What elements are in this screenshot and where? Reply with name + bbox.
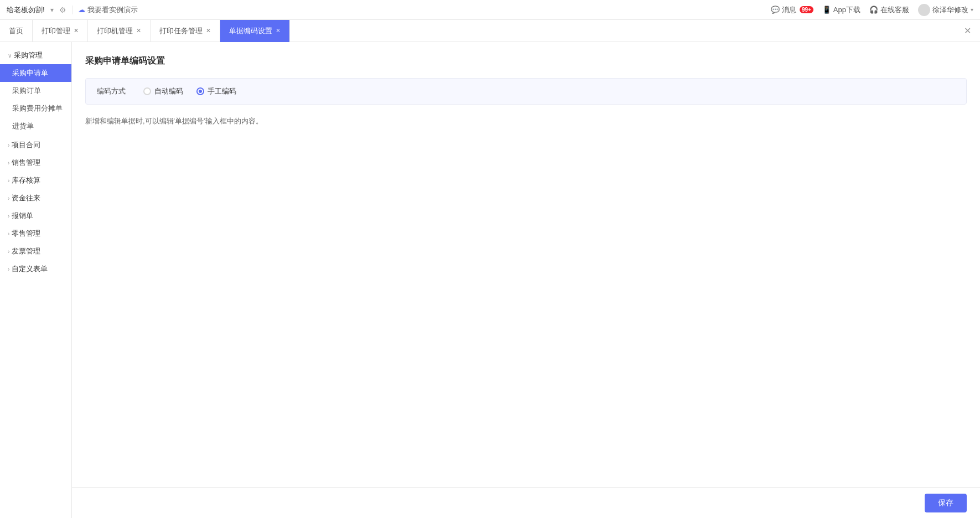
manual-encoding-radio[interactable]: 手工编码 bbox=[196, 86, 236, 96]
divider bbox=[72, 6, 72, 14]
encoding-radio-group: 自动编码 手工编码 bbox=[143, 86, 236, 96]
message-label: 消息 bbox=[782, 5, 796, 15]
sidebar-item-stock-in[interactable]: 进货单 bbox=[0, 117, 71, 135]
online-service-btn[interactable]: 🎧 在线客服 bbox=[869, 5, 909, 15]
project-expand-icon: › bbox=[8, 142, 9, 148]
sidebar-group-retail-label: 零售管理 bbox=[12, 229, 40, 239]
user-menu[interactable]: 徐泽华修改 ▾ bbox=[918, 4, 973, 16]
sidebar-group-retail[interactable]: › 零售管理 bbox=[0, 225, 71, 242]
tab-print-task[interactable]: 打印任务管理 ✕ bbox=[151, 20, 220, 42]
tab-printer-manage-label: 打印机管理 bbox=[97, 26, 133, 36]
sidebar-group-return[interactable]: › 报销单 bbox=[0, 207, 71, 225]
layout: ∨ 采购管理 采购申请单 采购订单 采购费用分摊单 进货单 › 项目合同 › 销… bbox=[0, 42, 980, 518]
sidebar-item-purchase-order[interactable]: 采购订单 bbox=[0, 82, 71, 100]
tab-print-task-close[interactable]: ✕ bbox=[206, 27, 211, 34]
app-download-label: App下载 bbox=[833, 5, 860, 15]
app-download-btn[interactable]: 📱 App下载 bbox=[822, 5, 860, 15]
bottom-bar: 保存 bbox=[72, 487, 980, 518]
sidebar-group-invoice-label: 发票管理 bbox=[12, 246, 40, 256]
page-title: 采购申请单编码设置 bbox=[85, 55, 967, 67]
sidebar-group-project-label: 项目合同 bbox=[12, 140, 40, 150]
user-dropdown-icon: ▾ bbox=[971, 7, 973, 13]
invoice-expand-icon: › bbox=[8, 248, 9, 255]
sidebar-group-fund[interactable]: › 资金往来 bbox=[0, 189, 71, 207]
demo-icon: ☁ bbox=[78, 6, 85, 14]
user-avatar bbox=[918, 4, 930, 16]
brand-dropdown-icon[interactable]: ▾ bbox=[50, 6, 54, 14]
headset-icon: 🎧 bbox=[869, 6, 878, 14]
sidebar-group-sales-label: 销售管理 bbox=[12, 158, 40, 168]
tab-single-code[interactable]: 单据编码设置 ✕ bbox=[220, 20, 290, 42]
settings-icon[interactable]: ⚙ bbox=[59, 6, 66, 14]
sales-expand-icon: › bbox=[8, 160, 9, 166]
inventory-expand-icon: › bbox=[8, 178, 9, 184]
content-area: 采购申请单编码设置 编码方式 自动编码 手工编码 新增和编辑单据时,可以编辑'单… bbox=[72, 42, 980, 518]
message-btn[interactable]: 💬 消息 99+ bbox=[771, 5, 813, 15]
tab-print-manage-close[interactable]: ✕ bbox=[74, 27, 79, 34]
online-service-label: 在线客服 bbox=[880, 5, 909, 15]
sidebar-group-project[interactable]: › 项目合同 bbox=[0, 136, 71, 154]
auto-encoding-label: 自动编码 bbox=[154, 86, 183, 96]
top-bar-left: 给老板勿割! ▾ ⚙ ☁ 我要看实例演示 bbox=[7, 5, 138, 15]
manual-encoding-circle bbox=[196, 87, 204, 95]
tab-bar: 首页 打印管理 ✕ 打印机管理 ✕ 打印任务管理 ✕ 单据编码设置 ✕ ✕ bbox=[0, 20, 980, 42]
user-name: 徐泽华修改 bbox=[932, 5, 968, 15]
sidebar-item-purchase-order-label: 采购订单 bbox=[12, 86, 41, 95]
sidebar-item-purchase-expense[interactable]: 采购费用分摊单 bbox=[0, 100, 71, 117]
sidebar-item-stock-in-label: 进货单 bbox=[12, 122, 34, 130]
tab-print-manage-label: 打印管理 bbox=[42, 26, 70, 36]
sidebar-group-return-label: 报销单 bbox=[12, 211, 33, 221]
auto-encoding-radio[interactable]: 自动编码 bbox=[143, 86, 183, 96]
main-content: 采购申请单编码设置 编码方式 自动编码 手工编码 新增和编辑单据时,可以编辑'单… bbox=[72, 42, 980, 518]
tab-printer-manage-close[interactable]: ✕ bbox=[136, 27, 141, 34]
tab-print-task-label: 打印任务管理 bbox=[159, 26, 203, 36]
sidebar-group-invoice[interactable]: › 发票管理 bbox=[0, 242, 71, 260]
tab-single-code-close[interactable]: ✕ bbox=[276, 27, 281, 34]
message-badge: 99+ bbox=[800, 6, 813, 13]
sidebar-group-custom-form-label: 自定义表单 bbox=[12, 264, 48, 274]
sidebar-group-fund-label: 资金往来 bbox=[12, 193, 40, 203]
sidebar-group-inventory[interactable]: › 库存核算 bbox=[0, 172, 71, 189]
sidebar-item-purchase-request-label: 采购申请单 bbox=[12, 69, 48, 77]
sidebar-group-purchase-title[interactable]: ∨ 采购管理 bbox=[0, 46, 71, 64]
tab-home-label: 首页 bbox=[9, 26, 23, 36]
sidebar-group-purchase-label: 采购管理 bbox=[14, 50, 43, 60]
tab-single-code-label: 单据编码设置 bbox=[229, 26, 272, 36]
return-expand-icon: › bbox=[8, 213, 9, 219]
sidebar-group-inventory-label: 库存核算 bbox=[12, 175, 40, 185]
encoding-section: 编码方式 自动编码 手工编码 bbox=[85, 78, 967, 105]
sidebar-group-sales[interactable]: › 销售管理 bbox=[0, 154, 71, 172]
brand-name: 给老板勿割! bbox=[7, 5, 45, 15]
manual-encoding-label: 手工编码 bbox=[208, 86, 236, 96]
tab-print-manage[interactable]: 打印管理 ✕ bbox=[33, 20, 88, 42]
app-download-icon: 📱 bbox=[822, 6, 831, 14]
retail-expand-icon: › bbox=[8, 231, 9, 237]
top-bar: 给老板勿割! ▾ ⚙ ☁ 我要看实例演示 💬 消息 99+ 📱 App下载 🎧 … bbox=[0, 0, 980, 20]
tab-home[interactable]: 首页 bbox=[0, 20, 33, 42]
hint-text: 新增和编辑单据时,可以编辑'单据编号'输入框中的内容。 bbox=[85, 116, 967, 127]
demo-text: 我要看实例演示 bbox=[87, 5, 138, 15]
custom-form-expand-icon: › bbox=[8, 266, 9, 272]
purchase-expand-icon: ∨ bbox=[8, 53, 12, 59]
tab-printer-manage[interactable]: 打印机管理 ✕ bbox=[88, 20, 151, 42]
tab-bar-close-icon[interactable]: ✕ bbox=[955, 25, 980, 36]
sidebar-item-purchase-request[interactable]: 采购申请单 bbox=[0, 64, 71, 82]
sidebar-group-custom-form[interactable]: › 自定义表单 bbox=[0, 260, 71, 278]
save-button[interactable]: 保存 bbox=[925, 494, 967, 512]
message-icon: 💬 bbox=[771, 6, 780, 14]
fund-expand-icon: › bbox=[8, 195, 9, 201]
sidebar-group-purchase: ∨ 采购管理 采购申请单 采购订单 采购费用分摊单 进货单 bbox=[0, 46, 71, 135]
encoding-label: 编码方式 bbox=[97, 86, 126, 96]
sidebar: ∨ 采购管理 采购申请单 采购订单 采购费用分摊单 进货单 › 项目合同 › 销… bbox=[0, 42, 72, 518]
demo-link[interactable]: ☁ 我要看实例演示 bbox=[78, 5, 138, 15]
auto-encoding-circle bbox=[143, 87, 151, 95]
sidebar-item-purchase-expense-label: 采购费用分摊单 bbox=[12, 104, 63, 112]
top-bar-right: 💬 消息 99+ 📱 App下载 🎧 在线客服 徐泽华修改 ▾ bbox=[771, 4, 973, 16]
